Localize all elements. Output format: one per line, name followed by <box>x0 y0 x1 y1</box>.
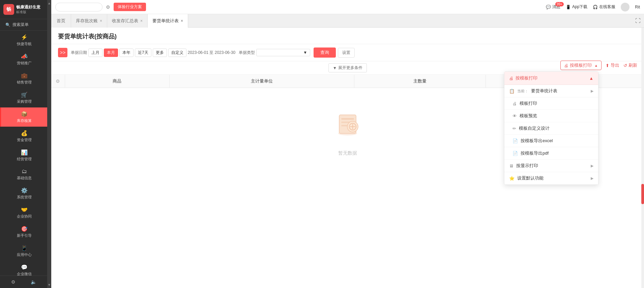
sidebar-item-quick-nav[interactable]: ⚡ 快捷导航 <box>0 31 47 50</box>
display-print-icon: 🖥 <box>509 163 514 168</box>
table-header-settings: ⚙ <box>51 75 65 88</box>
sidebar-item-label: 资金管理 <box>17 137 32 142</box>
empty-illustration <box>332 108 363 145</box>
sidebar-item-newbie[interactable]: 🎯 新手引导 <box>0 222 47 242</box>
refresh-button[interactable]: ↺ 刷新 <box>623 62 637 68</box>
tab-close-inventory-batch[interactable]: × <box>100 19 102 23</box>
date-more[interactable]: 更多 <box>153 49 167 57</box>
tab-close-receipt-summary[interactable]: × <box>140 19 143 23</box>
sidebar-item-apps[interactable]: 📱 应用中心 <box>0 242 47 261</box>
dropdown-set-default-left: ⭐ 设置默认功能 <box>509 175 544 181</box>
tabbar-right-controls: ⛶ <box>632 14 644 27</box>
sidebar-item-label: 库存核算 <box>17 118 32 123</box>
sidebar-item-system[interactable]: ⚙️ 系统管理 <box>0 184 47 203</box>
date-prev-month[interactable]: 上月 <box>88 49 103 57</box>
display-print-chevron: ▶ <box>591 164 593 168</box>
expand-more-button[interactable]: ▼ 展开更多条件 <box>328 63 367 72</box>
page-title: 要货单统计表(按商品) <box>51 28 644 44</box>
username-label[interactable]: Rit <box>635 5 640 9</box>
settings-bottom-icon[interactable]: ⚙ <box>11 279 16 285</box>
table-header-goods: 商品 <box>65 75 170 88</box>
filter-bar: >> 单据日期 上月 本月 本年 近7天 更多 自定义 2023-06-01 至… <box>51 44 644 61</box>
topbar-search-input[interactable] <box>55 3 103 11</box>
chevron-up-dropdown-icon: ▲ <box>589 76 593 81</box>
message-icon: 💬 <box>546 5 551 9</box>
chevron-up-icon: ▲ <box>594 64 598 67</box>
user-avatar[interactable] <box>621 3 630 11</box>
tab-home[interactable]: 首页 <box>51 14 71 28</box>
purchase-icon: 🛒 <box>21 92 28 98</box>
export-pdf-icon: 📄 <box>513 151 518 156</box>
sidebar-item-finance[interactable]: 💰 资金管理 <box>0 127 47 146</box>
date-custom[interactable]: 自定义 <box>168 49 186 57</box>
dropdown-item-export-excel[interactable]: 📄 按模板导出excel <box>504 135 598 147</box>
message-badge: 99+ <box>555 2 564 6</box>
scroll-up-arrow[interactable]: ▲ <box>48 1 51 5</box>
page-scrollbar[interactable] <box>641 28 644 288</box>
scroll-down-arrow[interactable]: ▼ <box>48 283 51 287</box>
dropdown-item-template-design[interactable]: ✏ 模板自定义设计 <box>504 122 598 135</box>
export-button[interactable]: ⬆ 导出 <box>606 62 619 68</box>
app-logo-icon: 畅 <box>3 4 14 15</box>
scrollbar-thumb[interactable] <box>641 184 644 204</box>
sidebar-item-marketing[interactable]: 📣 营销推广 <box>0 50 47 69</box>
date-current-month[interactable]: 本月 <box>104 49 118 57</box>
print-template-button[interactable]: 🖨 按模板打印 ▲ <box>560 61 602 70</box>
dropdown-item-export-pdf[interactable]: 📄 按模板导出pdf <box>504 147 598 160</box>
export-icon: ⬆ <box>606 63 609 68</box>
main-area: ⚙ 体验行业方案 💬 消息 99+ 📱 App下载 🎧 在线客服 Rit 首页 <box>51 0 644 288</box>
headset-icon: 🎧 <box>593 5 598 9</box>
query-button[interactable]: 查询 <box>314 47 336 58</box>
filter-expand-button[interactable]: >> <box>58 48 67 57</box>
topbar-gear-icon[interactable]: ⚙ <box>106 4 110 10</box>
finance-icon: 💰 <box>21 130 28 136</box>
date-current-year[interactable]: 本年 <box>119 49 134 57</box>
export-excel-icon: 📄 <box>513 138 518 143</box>
marketing-icon: 📣 <box>21 53 28 60</box>
set-default-label: 设置默认功能 <box>517 175 544 181</box>
sidebar-item-operations[interactable]: 📊 经营管理 <box>0 146 47 165</box>
dropdown-header-left: 🖨 按模板打印 <box>509 75 537 81</box>
sidebar-item-label: 系统管理 <box>17 195 32 200</box>
sidebar-item-wechat[interactable]: 💬 企业微信 <box>0 261 47 276</box>
sidebar-item-sales[interactable]: 💼 销售管理 <box>0 69 47 88</box>
sidebar-item-basic[interactable]: 🗂 基础信息 <box>0 165 47 184</box>
date-range-text: 2023-06-01 至 2023-06-30 <box>188 50 235 56</box>
industry-solution-button[interactable]: 体验行业方案 <box>114 3 146 11</box>
dropdown-display-print[interactable]: 🖥 按显示打印 ▶ <box>504 160 598 172</box>
app-download-button[interactable]: 📱 App下载 <box>566 4 587 10</box>
template-design-icon: ✏ <box>513 126 516 131</box>
sidebar-item-collab[interactable]: 🤝 企业协同 <box>0 203 47 222</box>
system-icon: ⚙️ <box>21 187 28 194</box>
dropdown-header[interactable]: 🖨 按模板打印 ▲ <box>504 72 598 85</box>
sidebar-item-label: 经营管理 <box>17 157 32 162</box>
audio-bottom-icon[interactable]: 🔈 <box>31 279 36 285</box>
display-print-label: 按显示打印 <box>516 163 538 169</box>
sidebar-search[interactable]: 🔍 搜索菜单 <box>0 19 47 31</box>
tab-close-order-stats[interactable]: × <box>181 19 183 23</box>
sidebar-item-inventory[interactable]: 📦 库存核算 <box>0 107 47 127</box>
message-button[interactable]: 💬 消息 99+ <box>546 4 560 10</box>
phone-icon: 📱 <box>566 5 571 9</box>
online-service-button[interactable]: 🎧 在线客服 <box>593 4 615 10</box>
date-last-7[interactable]: 近7天 <box>135 49 151 57</box>
dropdown-set-default[interactable]: ⭐ 设置默认功能 ▶ <box>504 172 598 185</box>
settings-button[interactable]: 设置 <box>338 48 355 58</box>
dropdown-item-template-preview[interactable]: 👁 模板预览 <box>504 110 598 122</box>
tab-order-stats[interactable]: 要货单统计表 × <box>148 14 188 28</box>
dropdown-item-template-print[interactable]: 🖨 模板打印 <box>504 97 598 110</box>
wechat-icon: 💬 <box>21 264 28 270</box>
column-settings-icon[interactable]: ⚙ <box>56 78 60 84</box>
maximize-icon[interactable]: ⛶ <box>635 18 641 24</box>
type-filter-select[interactable]: ▼ <box>256 49 310 56</box>
set-default-icon: ⭐ <box>509 176 515 181</box>
dropdown-current-item[interactable]: 📋 当前： 要货单统计表 ▶ <box>504 85 598 97</box>
dropdown-sub-left: 📋 当前： 要货单统计表 <box>509 88 557 94</box>
sidebar-item-label: 应用中心 <box>17 252 32 257</box>
dropdown-item-label: 按模板导出excel <box>521 138 553 144</box>
sidebar-item-label: 企业协同 <box>17 214 32 219</box>
tab-receipt-summary[interactable]: 收发存汇总表 × <box>107 14 148 28</box>
tab-inventory-batch[interactable]: 库存批次账 × <box>71 14 107 28</box>
sidebar-item-purchase[interactable]: 🛒 采购管理 <box>0 88 47 107</box>
topbar-right: 💬 消息 99+ 📱 App下载 🎧 在线客服 Rit <box>546 3 640 11</box>
